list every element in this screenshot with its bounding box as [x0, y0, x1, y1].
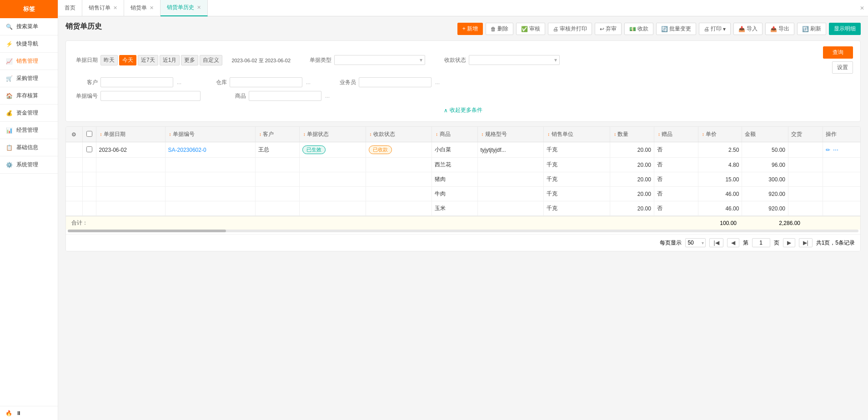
tab-home[interactable]: 首页: [58, 0, 82, 16]
more-op[interactable]: ⋯: [833, 147, 838, 153]
date-btn-7days[interactable]: 近7天: [138, 55, 158, 65]
cell-doc-no[interactable]: [165, 158, 255, 172]
settings-button[interactable]: 设置: [832, 61, 853, 74]
summary-label: 合计：: [71, 219, 88, 227]
warehouse-input[interactable]: [230, 77, 302, 87]
print-button[interactable]: 🖨 打印 ▾: [699, 23, 731, 35]
sidebar-item-quick-nav[interactable]: ⚡ 快捷导航: [0, 35, 58, 53]
date-btn-more[interactable]: 更多: [181, 55, 198, 65]
prev-page-btn[interactable]: ◀: [727, 238, 739, 247]
sidebar-item-system-mgmt[interactable]: ⚙️ 系统管理: [0, 156, 58, 174]
goods-input[interactable]: [249, 91, 321, 101]
tab-bar-close-all[interactable]: ✕: [860, 5, 868, 11]
sidebar-item-finance-mgmt[interactable]: 💰 资金管理: [0, 105, 58, 122]
date-btn-yesterday[interactable]: 昨天: [100, 55, 118, 65]
cell-operation[interactable]: [823, 187, 860, 201]
sort-icon: ↕: [169, 132, 171, 137]
tab-sales-goods-close[interactable]: ✕: [150, 5, 154, 11]
collapse-button[interactable]: ∧ 收起更多条件: [73, 105, 853, 116]
doc-no-link[interactable]: SA-20230602-0: [168, 147, 206, 153]
page-number-input[interactable]: [752, 238, 770, 247]
date-btn-1month[interactable]: 近1月: [160, 55, 180, 65]
customer-ellipsis[interactable]: ...: [177, 79, 181, 85]
cell-operation[interactable]: ✏⋯: [823, 142, 860, 158]
per-page-select[interactable]: 50 100 200: [685, 238, 706, 247]
cell-doc-date: [96, 201, 165, 216]
doc-no-input[interactable]: [100, 91, 201, 101]
cell-gift: 否: [654, 172, 698, 187]
th-doc-status[interactable]: ↕ 单据状态: [299, 127, 366, 142]
th-quantity[interactable]: ↕ 数量: [610, 127, 654, 142]
cell-operation[interactable]: [823, 172, 860, 187]
cell-goods: 牛肉: [432, 187, 477, 201]
th-doc-no[interactable]: ↕ 单据编号: [165, 127, 255, 142]
warehouse-ellipsis[interactable]: ...: [306, 79, 311, 85]
export-button[interactable]: 📤 导出: [765, 23, 794, 35]
sidebar-item-operation-mgmt[interactable]: 📊 经营管理: [0, 122, 58, 139]
tab-sales-order-close[interactable]: ✕: [113, 5, 117, 11]
doc-no-label: 单据编号: [73, 92, 98, 100]
th-collect-status[interactable]: ↕ 收款状态: [366, 127, 432, 142]
batch-change-button[interactable]: 🔄 批量变更: [656, 23, 696, 35]
goods-ellipsis[interactable]: ...: [325, 93, 330, 99]
collect-status-select[interactable]: [469, 55, 560, 65]
delete-button[interactable]: 🗑 删除: [486, 23, 513, 35]
cell-doc-no[interactable]: SA-20230602-0: [165, 142, 255, 158]
cell-transaction: [788, 172, 823, 187]
refresh-button[interactable]: 🔃 刷新: [797, 23, 826, 35]
row-checkbox: [82, 158, 96, 172]
sidebar-item-purchase-mgmt[interactable]: 🛒 采购管理: [0, 70, 58, 87]
th-doc-date[interactable]: ↕ 单据日期: [96, 127, 165, 142]
tab-sales-goods[interactable]: 销货单 ✕: [124, 0, 161, 16]
th-unit-price[interactable]: ↕ 单价: [698, 127, 742, 142]
query-button[interactable]: 查询: [823, 46, 853, 59]
cell-gift: 否: [654, 158, 698, 172]
tab-sales-order[interactable]: 销售订单 ✕: [82, 0, 124, 16]
edit-op[interactable]: ✏: [826, 147, 830, 153]
show-detail-button[interactable]: 显示明细: [829, 23, 861, 35]
select-all-checkbox[interactable]: [86, 131, 92, 137]
last-page-btn[interactable]: ▶|: [799, 238, 813, 247]
th-settings[interactable]: ⚙: [66, 127, 82, 142]
cell-amount: 920.00: [742, 187, 788, 201]
salesperson-input[interactable]: [359, 77, 431, 87]
sidebar-item-sales-mgmt[interactable]: 📈 销售管理: [0, 53, 58, 70]
cell-doc-no[interactable]: [165, 172, 255, 187]
next-page-btn[interactable]: ▶: [783, 238, 795, 247]
filter-row-2: 客户 ... 仓库 ... 业务员 ...: [73, 77, 853, 87]
sidebar-item-basic-info[interactable]: 📋 基础信息: [0, 139, 58, 156]
discard-button[interactable]: ↩ 弃审: [595, 23, 622, 35]
row-settings: [66, 142, 82, 158]
tab-sales-history[interactable]: 销货单历史 ✕: [161, 0, 208, 16]
tab-sales-history-close[interactable]: ✕: [197, 5, 201, 10]
cell-sales-unit: 千克: [544, 172, 610, 187]
table-row: 西兰花 千克 20.00 否 4.80 96.00: [66, 158, 860, 172]
sidebar-item-search-menu[interactable]: 🔍 搜索菜单: [0, 18, 58, 35]
th-sales-unit[interactable]: ↕ 销售单位: [544, 127, 610, 142]
cell-doc-no[interactable]: [165, 201, 255, 216]
cell-operation[interactable]: [823, 201, 860, 216]
new-button[interactable]: + 新增: [457, 23, 483, 35]
import-button[interactable]: 📥 导入: [733, 23, 763, 35]
date-btn-today[interactable]: 今天: [119, 55, 136, 65]
first-page-btn[interactable]: |◀: [709, 238, 723, 247]
th-spec[interactable]: ↕ 规格型号: [477, 127, 544, 142]
audit-print-button[interactable]: 🖨 审核并打印: [548, 23, 592, 35]
th-gift[interactable]: ↕ 赠品: [654, 127, 698, 142]
salesperson-ellipsis[interactable]: ...: [435, 79, 440, 85]
pause-icon[interactable]: ⏸: [16, 410, 21, 416]
sidebar-item-inventory[interactable]: 🏠 库存核算: [0, 87, 58, 105]
date-btn-custom[interactable]: 自定义: [200, 55, 222, 65]
customer-input[interactable]: [100, 77, 173, 87]
th-goods[interactable]: ↕ 商品: [432, 127, 477, 142]
cell-operation[interactable]: [823, 158, 860, 172]
audit-button[interactable]: ✅ 审核: [516, 23, 545, 35]
th-customer[interactable]: ↕ 客户: [255, 127, 299, 142]
doc-type-select[interactable]: [334, 55, 425, 65]
collect-button[interactable]: 💵 收款: [624, 23, 653, 35]
cell-doc-no[interactable]: [165, 187, 255, 201]
fire-icon[interactable]: 🔥: [5, 410, 12, 416]
cell-sales-unit: 千克: [544, 187, 610, 201]
row-select-checkbox[interactable]: [86, 146, 92, 152]
query-settings-area: 查询 设置: [823, 46, 853, 74]
